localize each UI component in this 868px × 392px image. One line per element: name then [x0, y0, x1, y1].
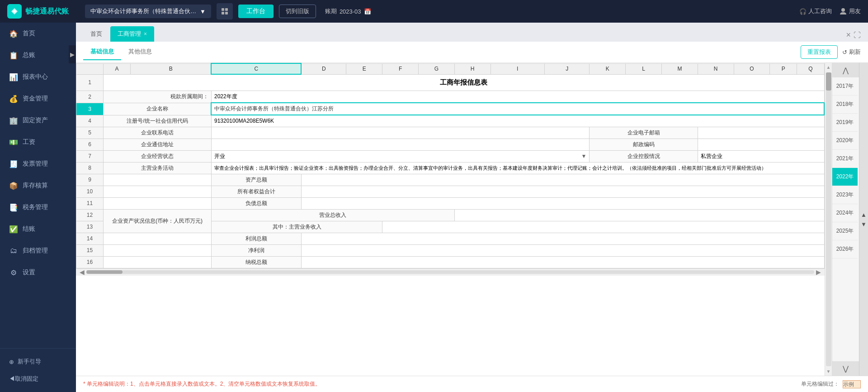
row6-value[interactable]: [211, 139, 589, 150]
row12-value[interactable]: [454, 209, 824, 221]
row8-value[interactable]: 审查企业会计报表；出具审计报告；验证企业资本；出具验资报告；办理企业合开、分立、…: [211, 162, 824, 174]
company-selector[interactable]: 中审众环会计师事务所（特殊普通合伙… ▼: [85, 5, 211, 18]
layout: ▶ 🏠首页📋总账📊报表中心💰资金管理🏢固定资产💵工资🧾发票管理📦库存核算📑税务管…: [0, 23, 868, 392]
sidebar-item-home[interactable]: 🏠首页: [0, 23, 76, 44]
year-item-2018年[interactable]: 2018年: [832, 96, 858, 114]
row9-value[interactable]: [301, 174, 824, 186]
table-row: 1 工商年报信息表: [76, 74, 825, 91]
svg-rect-2: [225, 8, 228, 11]
tab-home[interactable]: 首页: [83, 26, 109, 42]
row2-value[interactable]: 2022年度: [211, 91, 824, 103]
row15-empty: [104, 244, 212, 256]
row5-right-value[interactable]: [698, 127, 824, 139]
sidebar-item-tax[interactable]: 📑税务管理: [0, 196, 76, 218]
scrollbar-track[interactable]: [86, 270, 814, 274]
year-item-2020年[interactable]: 2020年: [832, 132, 858, 150]
content-tab-basic-label: 基础信息: [90, 48, 114, 55]
horizontal-scrollbar[interactable]: ◀ ▶: [76, 268, 825, 276]
year-item-2017年[interactable]: 2017年: [832, 77, 858, 96]
row14-value[interactable]: [301, 233, 824, 244]
scroll-right-btn[interactable]: ▶: [814, 268, 823, 276]
scroll-left-btn[interactable]: ◀: [78, 268, 86, 276]
row4-value[interactable]: 91320100MA208E5W6K: [211, 115, 824, 127]
scrollbar-thumb[interactable]: [86, 270, 123, 274]
calendar-icon[interactable]: 📅: [364, 8, 371, 15]
table-row: 4 注册号/统一社会信用代码 91320100MA208E5W6K: [76, 115, 825, 127]
row9-c: 资产总额: [211, 174, 301, 186]
collapse-down-btn[interactable]: ▼: [861, 221, 867, 228]
row6-right-label: 邮政编码: [590, 139, 698, 150]
year-item-2019年[interactable]: 2019年: [832, 114, 858, 132]
tab-close-icon[interactable]: ×: [144, 31, 147, 37]
company-icon-btn[interactable]: [217, 3, 233, 19]
refresh-button[interactable]: ↺ 刷新: [842, 48, 861, 56]
user-button[interactable]: 用友: [839, 7, 861, 15]
spreadsheet-scroll-area[interactable]: A B C D E F G H I J K L: [76, 63, 825, 376]
sidebar-item-salary[interactable]: 💵工资: [0, 131, 76, 153]
row6-right-value[interactable]: [698, 139, 824, 150]
row7-right-value[interactable]: 私营企业: [698, 150, 824, 162]
new-user-guide[interactable]: ⊕ 新手引导: [0, 353, 76, 370]
row-num-4: 4: [76, 115, 104, 127]
row-num-5: 5: [76, 127, 104, 139]
row-num-11: 11: [76, 197, 104, 209]
sidebar-item-settings[interactable]: ⚙设置: [0, 262, 76, 283]
reset-report-button[interactable]: 重置报表: [801, 45, 838, 59]
row15-value[interactable]: [301, 244, 824, 256]
svg-point-5: [841, 8, 845, 12]
row14-c: 利润总额: [211, 233, 301, 244]
vscroll-thumb[interactable]: [826, 72, 831, 91]
table-row: 14 利润总额: [76, 233, 825, 244]
year-item-2024年[interactable]: 2024年: [832, 204, 858, 222]
year-item-2021年[interactable]: 2021年: [832, 150, 858, 168]
collapse-up-btn[interactable]: ▲: [861, 211, 867, 218]
col-header-l: L: [626, 63, 662, 74]
year-item-2023年[interactable]: 2023年: [832, 186, 858, 204]
vertical-scrollbar[interactable]: ▲ ▼: [825, 63, 832, 376]
content-area: 基础信息 其他信息 重置报表 ↺ 刷新: [76, 42, 868, 376]
refresh-label: 刷新: [849, 48, 861, 56]
year-panel-up[interactable]: ⋀: [832, 63, 859, 77]
row7-dropdown-icon[interactable]: ▼: [581, 153, 587, 159]
sidebar-item-finance[interactable]: 💰资金管理: [0, 88, 76, 110]
row3-value[interactable]: 中审众环会计师事务所（特殊普通合伙）江苏分所: [211, 103, 824, 115]
row11-value[interactable]: [301, 197, 824, 209]
year-item-2022年[interactable]: 2022年: [832, 168, 858, 186]
sidebar-item-archive[interactable]: 🗂归档管理: [0, 240, 76, 262]
year-panel-down[interactable]: ⋁: [832, 361, 859, 376]
content-tab-basic[interactable]: 基础信息: [83, 44, 121, 60]
user-label: 用友: [849, 7, 861, 15]
sidebar-item-ledger[interactable]: 📋总账: [0, 44, 76, 66]
tab-business[interactable]: 工商管理 ×: [110, 26, 154, 42]
col-header-c: C: [211, 63, 301, 74]
sidebar-item-report[interactable]: 📊报表中心: [0, 66, 76, 88]
content-tab-other[interactable]: 其他信息: [121, 44, 159, 60]
year-panel: ⋀ 2017年2018年2019年2020年2021年2022年2023年202…: [832, 63, 859, 376]
new-user-icon: ⊕: [9, 359, 14, 365]
row11-c: 负债总额: [211, 197, 301, 209]
edit-sample-text: 示例: [843, 381, 854, 387]
year-item-2025年[interactable]: 2025年: [832, 222, 858, 240]
sidebar-item-inventory[interactable]: 📦库存核算: [0, 175, 76, 196]
consult-button[interactable]: 🎧 人工咨询: [799, 7, 832, 15]
row13-value[interactable]: [382, 221, 824, 233]
table-row[interactable]: 3 企业名称 中审众环会计师事务所（特殊普通合伙）江苏分所: [76, 103, 825, 115]
row7-value[interactable]: 开业 ▼: [211, 150, 589, 162]
workbench-button[interactable]: 工作台: [238, 5, 274, 18]
row3-label: 企业名称: [104, 103, 212, 115]
old-version-button[interactable]: 切到旧版: [279, 5, 316, 18]
sidebar-item-invoice[interactable]: 🧾发票管理: [0, 153, 76, 175]
year-item-2026年[interactable]: 2026年: [832, 240, 858, 258]
sidebar-item-fixed-asset[interactable]: 🏢固定资产: [0, 110, 76, 131]
row16-value[interactable]: [301, 256, 824, 268]
scroll-down-btn[interactable]: ▼: [825, 367, 833, 376]
tab-expand-btn[interactable]: ⛶: [854, 31, 861, 39]
vscroll-track[interactable]: [826, 72, 831, 366]
tab-close-btn[interactable]: ×: [846, 30, 851, 40]
sidebar-item-settle[interactable]: ✅结账: [0, 218, 76, 240]
row10-value[interactable]: [301, 186, 824, 197]
col-header-q: Q: [797, 63, 824, 74]
scroll-up-btn[interactable]: ▲: [825, 63, 833, 72]
cancel-fix-button[interactable]: ◀取消固定: [0, 370, 76, 387]
row5-value[interactable]: [211, 127, 589, 139]
